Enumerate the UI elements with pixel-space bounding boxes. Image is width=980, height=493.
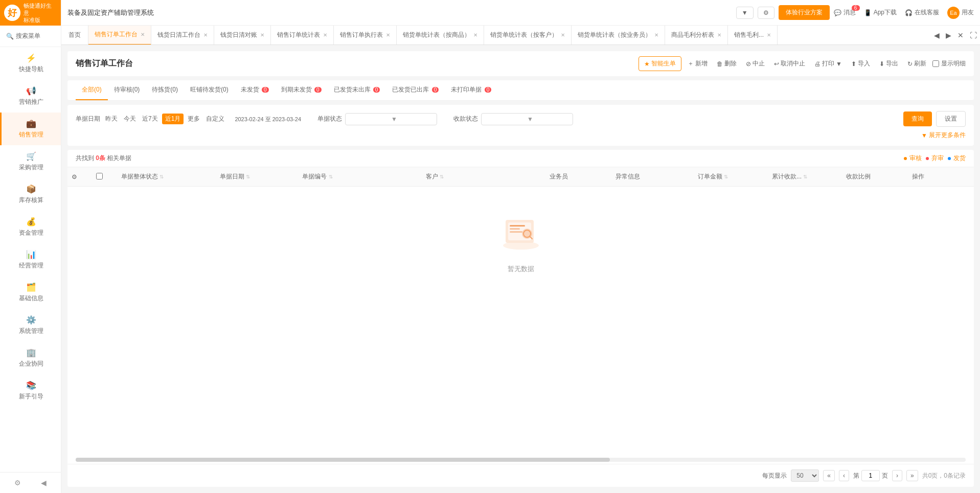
- import-button[interactable]: ⬆ 导入: [848, 57, 873, 71]
- filter-tab-pending-pick[interactable]: 待拣货(0): [146, 80, 184, 100]
- sidebar-item-finance[interactable]: 💰 资金管理: [0, 211, 61, 243]
- sidebar-item-system[interactable]: ⚙️ 系统管理: [0, 309, 61, 342]
- horizontal-scrollbar[interactable]: [76, 458, 966, 462]
- col-amount-header[interactable]: 订单金额 ⇅: [694, 167, 768, 187]
- tab-close-sales-margin[interactable]: ✕: [767, 32, 771, 38]
- tab-sales-margin[interactable]: 销售毛利... ✕: [728, 26, 778, 45]
- filter-tab-shipped-out[interactable]: 已发货已出库 0: [386, 80, 445, 100]
- audit-op-button[interactable]: 审核: [904, 154, 922, 163]
- tab-daily-clear[interactable]: 钱货日清工作台 ✕: [151, 26, 214, 45]
- table-scroll-area[interactable]: ⚙ 单据整体状态 ⇅ 单据日期 ⇅: [67, 167, 974, 456]
- sidebar-search-area[interactable]: 🔍 搜索菜单: [0, 26, 61, 47]
- sidebar-item-marketing[interactable]: 📢 营销推广: [0, 80, 61, 113]
- tab-margin-analysis[interactable]: 商品毛利分析表 ✕: [665, 26, 728, 45]
- tab-home[interactable]: 首页: [61, 26, 88, 45]
- page-number-input[interactable]: [861, 470, 880, 481]
- tab-close-all-button[interactable]: ✕: [954, 26, 967, 45]
- date-btn-7days[interactable]: 近7天: [140, 114, 160, 124]
- tab-goods-stats-staff[interactable]: 销货单统计表（按业务员） ✕: [572, 26, 665, 45]
- last-page-button[interactable]: »: [906, 470, 918, 481]
- tab-fullscreen-button[interactable]: ⛶: [967, 26, 980, 45]
- col-staff-header[interactable]: 业务员: [545, 167, 611, 187]
- collapse-icon-button[interactable]: ◀: [39, 477, 49, 489]
- filter-tab-shipped-not-out[interactable]: 已发货未出库 0: [328, 80, 386, 100]
- search-menu-button[interactable]: 🔍 搜索菜单: [4, 30, 57, 42]
- col-number-header[interactable]: 单据编号 ⇅: [298, 167, 422, 187]
- date-btn-custom[interactable]: 自定义: [204, 114, 226, 124]
- tab-close-sales-exec[interactable]: ✕: [386, 32, 390, 38]
- status-select[interactable]: ▼: [345, 113, 437, 125]
- select-all-checkbox[interactable]: [96, 173, 103, 180]
- tab-next-button[interactable]: ▶: [943, 26, 954, 45]
- col-receipt-header[interactable]: 累计收款... ⇅: [768, 167, 842, 187]
- tab-close-daily-clear[interactable]: ✕: [203, 32, 208, 38]
- tab-close-goods-stats-staff[interactable]: ✕: [654, 32, 658, 38]
- app-download-button[interactable]: 📱 App下载: [864, 8, 897, 17]
- date-btn-more[interactable]: 更多: [186, 114, 202, 124]
- col-status-header[interactable]: 单据整体状态 ⇅: [117, 167, 216, 187]
- tab-close-goods-stats-customer[interactable]: ✕: [561, 32, 565, 38]
- next-page-button[interactable]: ›: [892, 470, 902, 481]
- filter-tab-not-printed[interactable]: 未打印单据 0: [445, 80, 497, 100]
- col-customer-header[interactable]: 客户 ⇅: [422, 167, 545, 187]
- tab-close-margin-analysis[interactable]: ✕: [717, 32, 721, 38]
- date-btn-today[interactable]: 今天: [122, 114, 138, 124]
- first-page-button[interactable]: «: [823, 470, 835, 481]
- settings-icon-button[interactable]: ⚙: [12, 477, 23, 489]
- tab-prev-button[interactable]: ◀: [931, 26, 943, 45]
- online-service-button[interactable]: 🎧 在线客服: [905, 8, 939, 17]
- scrollbar-thumb[interactable]: [76, 458, 610, 462]
- receipt-select[interactable]: ▼: [481, 113, 573, 125]
- settings-button[interactable]: ⚙: [758, 7, 774, 19]
- filter-tab-not-shipped[interactable]: 未发货 0: [235, 80, 275, 100]
- refresh-button[interactable]: ↻ 刷新: [904, 57, 929, 71]
- set-button[interactable]: 设置: [936, 111, 966, 127]
- sidebar-item-sales[interactable]: 💼 销售管理: [0, 113, 61, 145]
- tab-sales-workbench[interactable]: 销售订单工作台 ✕: [88, 26, 151, 45]
- message-button[interactable]: 💬 消息 6: [834, 8, 856, 17]
- tab-close-reconciliation[interactable]: ✕: [260, 32, 264, 38]
- export-button[interactable]: ⬇ 导出: [876, 57, 901, 71]
- filter-tab-all[interactable]: 全部(0): [76, 80, 108, 100]
- detail-checkbox-label[interactable]: 显示明细: [932, 59, 966, 68]
- sidebar-item-base[interactable]: 🗂️ 基础信息: [0, 276, 61, 309]
- industry-button[interactable]: 体验行业方案: [779, 5, 830, 20]
- delete-button[interactable]: 🗑 删除: [714, 57, 740, 71]
- deliver-op-button[interactable]: 发货: [948, 154, 966, 163]
- tab-close-sales-stats[interactable]: ✕: [323, 32, 327, 38]
- col-settings: ⚙: [67, 167, 92, 187]
- tab-reconciliation[interactable]: 钱货日清对账 ✕: [214, 26, 271, 45]
- sidebar-item-purchase[interactable]: 🛒 采购管理: [0, 145, 61, 178]
- tab-sales-stats[interactable]: 销售订单统计表 ✕: [271, 26, 334, 45]
- sidebar-item-inventory[interactable]: 📦 库存核算: [0, 178, 61, 211]
- tab-sales-exec[interactable]: 销售订单执行表 ✕: [334, 26, 397, 45]
- filter-tab-pending-audit[interactable]: 待审核(0): [108, 80, 146, 100]
- filter-tab-wangpu-pending[interactable]: 旺铺待发货(0): [184, 80, 235, 100]
- cancel-audit-op-button[interactable]: 弃审: [926, 154, 944, 163]
- filter-tab-overdue-ship[interactable]: 到期未发货 0: [275, 80, 328, 100]
- expand-filter-button[interactable]: ▼ 展开更多条件: [921, 131, 966, 140]
- tab-goods-stats-product[interactable]: 销货单统计表（按商品） ✕: [397, 26, 484, 45]
- sidebar-item-quick-nav[interactable]: ⚡ 快捷导航: [0, 47, 61, 80]
- detail-checkbox[interactable]: [932, 60, 939, 67]
- add-button[interactable]: ＋ 新增: [685, 57, 711, 71]
- stop-button[interactable]: ⊘ 中止: [743, 57, 768, 71]
- query-button[interactable]: 查询: [903, 111, 932, 126]
- smart-create-button[interactable]: ★ 智能生单: [639, 56, 681, 71]
- system-dropdown-button[interactable]: ▼: [736, 7, 754, 19]
- tab-close-goods-stats-product[interactable]: ✕: [473, 32, 477, 38]
- user-menu-button[interactable]: Ea 用友: [947, 7, 974, 19]
- tab-close-sales-workbench[interactable]: ✕: [141, 32, 145, 37]
- prev-page-button[interactable]: ‹: [839, 470, 849, 481]
- cancel-stop-button[interactable]: ↩ 取消中止: [771, 57, 808, 71]
- sidebar-item-guide[interactable]: 📚 新手引导: [0, 374, 61, 407]
- tab-goods-stats-customer[interactable]: 销货单统计表（按客户） ✕: [484, 26, 572, 45]
- print-button[interactable]: 🖨 打印 ▼: [811, 57, 845, 71]
- page-size-select[interactable]: 50 20 100: [791, 469, 819, 482]
- col-date-header[interactable]: 单据日期 ⇅: [216, 167, 298, 187]
- sidebar-item-operations[interactable]: 📊 经营管理: [0, 243, 61, 276]
- date-btn-yesterday[interactable]: 昨天: [103, 114, 120, 124]
- col-checkbox-header[interactable]: [92, 167, 117, 187]
- sidebar-item-enterprise[interactable]: 🏢 企业协同: [0, 342, 61, 374]
- date-btn-1month[interactable]: 近1月: [162, 114, 184, 124]
